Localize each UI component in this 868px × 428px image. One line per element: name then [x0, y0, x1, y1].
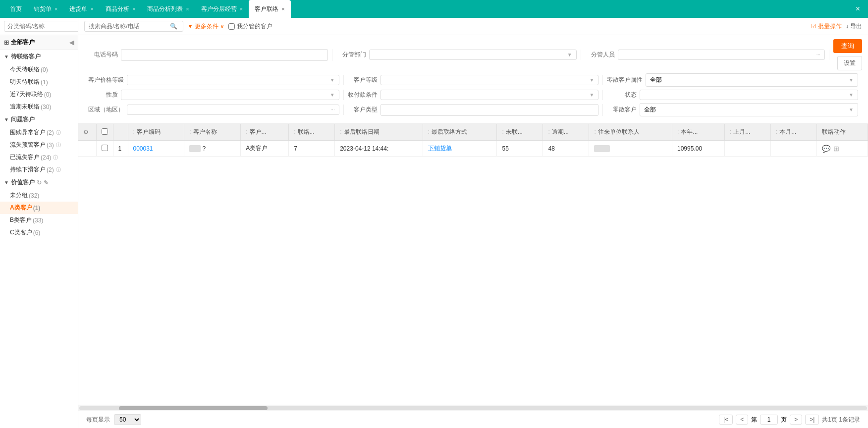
nav-tab-home[interactable]: 首页 — [4, 0, 28, 18]
status-dropdown[interactable]: ▼ — [640, 90, 858, 100]
nav-tab-customer-contact[interactable]: 客户联络 × — [249, 0, 290, 18]
col-overdue[interactable]: :逾期... — [543, 124, 589, 141]
batch-ops-icon: ☑ — [811, 23, 816, 30]
edit-icon[interactable]: ✎ — [44, 179, 49, 186]
nature-dropdown[interactable]: ▼ — [121, 90, 339, 100]
filter-search-icon[interactable]: 🔍 — [170, 23, 177, 30]
col-uncontacted[interactable]: :未联... — [497, 124, 543, 141]
last-page-btn[interactable]: >| — [805, 415, 819, 425]
phone-input[interactable] — [121, 49, 328, 61]
col-last-method[interactable]: :最后联络方式 — [423, 124, 497, 141]
collapse-sidebar-icon[interactable]: ◀ — [69, 39, 74, 46]
sidebar-item-b-class[interactable]: B类客户 (33) — [0, 214, 78, 226]
info-icon-declining[interactable]: ⓘ — [56, 166, 61, 173]
filter-phone: 电话号码 — [84, 49, 332, 61]
sidebar-item-a-class[interactable]: A类客户 (1) — [0, 202, 78, 214]
page-size-select[interactable]: 50 100 200 — [114, 414, 141, 425]
sidebar-item-declining[interactable]: 持续下滑客户 (2) ⓘ — [0, 163, 78, 176]
col-index — [113, 124, 128, 141]
info-icon-churn[interactable]: ⓘ — [56, 142, 61, 149]
col-this-year[interactable]: :本年... — [672, 124, 725, 141]
col-code[interactable]: :客户编码 — [128, 124, 184, 141]
grid-icon: ⊞ — [4, 39, 9, 46]
nav-tab-analysis-list[interactable]: 商品分析列表 × — [141, 0, 195, 18]
batch-ops-btn[interactable]: ☑ 批量操作 — [811, 22, 842, 31]
filter-more-btn[interactable]: ▼ 更多条件 ∨ — [187, 22, 224, 31]
sidebar-item-c-class[interactable]: C类客户 (6) — [0, 226, 78, 239]
row-last-method[interactable]: 下销货单 — [423, 141, 497, 157]
col-this-month[interactable]: :本月... — [771, 124, 817, 141]
region-label: 区域（地区） — [88, 106, 124, 114]
export-btn[interactable]: ↓ 导出 — [846, 22, 862, 31]
next-page-btn[interactable]: > — [790, 415, 802, 425]
setting-button[interactable]: 设置 — [837, 56, 862, 70]
price-level-dropdown[interactable]: ▼ — [127, 75, 339, 85]
page-number-input[interactable] — [760, 415, 778, 425]
person-dropdown[interactable]: ··· — [618, 50, 825, 60]
close-customer-tier-tab[interactable]: × — [240, 6, 243, 12]
sidebar-item-churn-warning[interactable]: 流失预警客户 (3) ⓘ — [0, 139, 78, 151]
horizontal-scrollbar[interactable] — [78, 405, 868, 411]
my-customers-check[interactable] — [228, 23, 235, 30]
my-customers-checkbox[interactable]: 我分管的客户 — [228, 22, 272, 31]
sidebar-item-today[interactable]: 今天待联络 (0) — [0, 63, 78, 76]
filter-search-box: 🔍 — [84, 21, 183, 32]
close-analysis-list-tab[interactable]: × — [186, 6, 189, 12]
first-page-btn[interactable]: |< — [719, 415, 733, 425]
query-button[interactable]: 查询 — [833, 39, 862, 53]
row-code[interactable]: 000031 — [128, 141, 184, 157]
sidebar-item-overdue[interactable]: 逾期未联络 (30) — [0, 101, 78, 113]
customer-type-input[interactable] — [380, 104, 599, 116]
row-checkbox[interactable] — [102, 145, 108, 151]
info-icon-hoard[interactable]: ⓘ — [56, 129, 61, 136]
refresh-icon[interactable]: ↻ — [37, 179, 42, 186]
close-sales-tab[interactable]: × — [54, 6, 57, 12]
close-purchase-tab[interactable]: × — [90, 6, 93, 12]
row-checkbox-cell[interactable] — [96, 141, 113, 157]
nav-tab-sales[interactable]: 销货单 × — [28, 0, 63, 18]
sidebar-search-input[interactable] — [4, 21, 78, 32]
nav-tab-purchase[interactable]: 进货单 × — [63, 0, 99, 18]
nav-tab-analysis[interactable]: 商品分析 × — [100, 0, 141, 18]
col-last-date[interactable]: :最后联络日期 — [335, 124, 423, 141]
retail-attr-dropdown[interactable]: 全部 ▼ — [646, 73, 858, 87]
table-area: ⚙ :客户编码 :客户名称 :客户... — [78, 124, 868, 405]
prev-page-btn[interactable]: < — [736, 415, 748, 425]
group-value-title[interactable]: ▼ 价值客户 ↻ ✎ — [0, 176, 78, 189]
scroll-thumb[interactable] — [119, 406, 268, 410]
payment-dropdown[interactable]: ▼ — [380, 90, 599, 100]
sidebar-item-7days[interactable]: 近7天待联络 (0) — [0, 88, 78, 101]
main-layout: 🔍 ⊞ 全部客户 ◀ ▼ 待联络客户 今天待联络 (0) 明天待联络 (1) 近… — [0, 18, 868, 428]
select-all-checkbox[interactable] — [102, 128, 108, 135]
status-label: 状态 — [607, 91, 637, 99]
filter-row-2: 客户价格等级 ▼ 客户等级 ▼ 零散客户属性 全部 — [84, 73, 862, 87]
info-icon-churned[interactable]: ⓘ — [53, 154, 58, 161]
dept-dropdown[interactable]: ▼ — [369, 50, 576, 60]
customer-level-dropdown[interactable]: ▼ — [380, 75, 599, 85]
filter-bar: 🔍 ▼ 更多条件 ∨ 我分管的客户 ☑ 批量操作 ↓ 导出 — [78, 18, 868, 35]
col-contact[interactable]: :联络... — [289, 124, 335, 141]
group-problem-title[interactable]: ▼ 问题客户 — [0, 113, 78, 126]
sidebar-all-customers[interactable]: ⊞ 全部客户 ◀ — [0, 35, 78, 50]
filter-search-input[interactable] — [89, 23, 168, 30]
close-analysis-tab[interactable]: × — [132, 6, 135, 12]
sidebar-item-tomorrow[interactable]: 明天待联络 (1) — [0, 76, 78, 88]
col-type[interactable]: :客户... — [241, 124, 289, 141]
col-name[interactable]: :客户名称 — [184, 124, 241, 141]
retail-customer-dropdown[interactable]: 全部 ▼ — [640, 103, 858, 116]
sidebar-item-churned[interactable]: 已流失客户 (24) ⓘ — [0, 151, 78, 163]
col-contact-person[interactable]: :往来单位联系人 — [589, 124, 672, 141]
row-action-chat-icon[interactable]: 💬 — [822, 145, 830, 153]
sidebar-item-unclassified[interactable]: 未分组 (32) — [0, 189, 78, 202]
table-gear-btn[interactable]: ⚙ — [83, 129, 89, 136]
nav-tab-customer-tier[interactable]: 客户分层经营 × — [195, 0, 249, 18]
close-customer-contact-tab[interactable]: × — [281, 6, 284, 12]
col-last-month[interactable]: :上月... — [725, 124, 771, 141]
group-pending-title[interactable]: ▼ 待联络客户 — [0, 50, 78, 63]
sidebar-item-hoard[interactable]: 囤购异常客户 (2) ⓘ — [0, 126, 78, 139]
close-all-tabs[interactable]: × — [852, 4, 864, 13]
filter-row-3: 性质 ▼ 收付款条件 ▼ 状态 — [84, 90, 862, 100]
row-action-more-icon[interactable]: ⊞ — [833, 145, 839, 153]
row-overdue: 48 — [543, 141, 589, 157]
region-dropdown[interactable]: ··· — [127, 105, 339, 115]
